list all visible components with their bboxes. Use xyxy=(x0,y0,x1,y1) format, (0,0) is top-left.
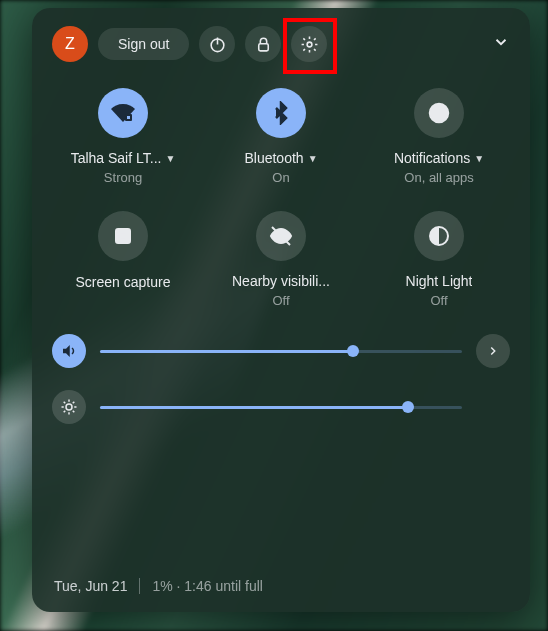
nearby-visibility-tile[interactable]: Nearby visibili... Off xyxy=(202,211,360,308)
brightness-row xyxy=(52,390,510,424)
battery-text[interactable]: 1% · 1:46 until full xyxy=(152,578,263,594)
sign-out-button[interactable]: Sign out xyxy=(98,28,189,60)
chevron-down-icon: ▼ xyxy=(474,153,484,164)
user-avatar[interactable]: Z xyxy=(52,26,88,62)
status-footer: Tue, Jun 21 1% · 1:46 until full xyxy=(54,578,263,594)
wifi-tile[interactable]: Talha Saif LT...▼ Strong xyxy=(44,88,202,185)
notifications-tile[interactable]: Notifications▼ On, all apps xyxy=(360,88,518,185)
lock-button[interactable] xyxy=(245,26,281,62)
power-button[interactable] xyxy=(199,26,235,62)
bluetooth-icon xyxy=(256,88,306,138)
sliders-section xyxy=(32,308,530,424)
nearby-status: Off xyxy=(272,293,289,308)
brightness-icon xyxy=(60,398,78,416)
night-light-icon xyxy=(414,211,464,261)
bluetooth-status: On xyxy=(272,170,289,185)
visibility-off-icon xyxy=(256,211,306,261)
footer-divider xyxy=(139,578,140,594)
volume-icon xyxy=(60,342,78,360)
settings-button[interactable] xyxy=(291,26,327,62)
svg-point-3 xyxy=(307,42,312,47)
svg-line-20 xyxy=(64,411,66,413)
svg-point-13 xyxy=(66,404,72,410)
lock-icon xyxy=(254,35,273,54)
svg-line-19 xyxy=(73,411,75,413)
chevron-down-icon xyxy=(492,33,510,51)
wifi-label: Talha Saif LT... xyxy=(71,150,162,166)
volume-row xyxy=(52,334,510,368)
power-icon xyxy=(208,35,227,54)
collapse-button[interactable] xyxy=(492,33,510,55)
night-light-tile[interactable]: Night Light Off xyxy=(360,211,518,308)
volume-slider[interactable] xyxy=(100,350,462,353)
brightness-button[interactable] xyxy=(52,390,86,424)
chevron-down-icon: ▼ xyxy=(165,153,175,164)
quick-settings-panel: Z Sign out Talha Saif LT...▼ Strong xyxy=(32,8,530,612)
gear-icon xyxy=(300,35,319,54)
chevron-right-icon xyxy=(486,344,500,358)
bluetooth-label: Bluetooth xyxy=(244,150,303,166)
volume-button[interactable] xyxy=(52,334,86,368)
screen-capture-tile[interactable]: Screen capture xyxy=(44,211,202,308)
nearby-label: Nearby visibili... xyxy=(232,273,330,289)
audio-expand-button[interactable] xyxy=(476,334,510,368)
quick-tiles-grid: Talha Saif LT...▼ Strong Bluetooth▼ On N… xyxy=(32,68,530,308)
svg-line-18 xyxy=(64,402,66,404)
screen-capture-label: Screen capture xyxy=(76,273,171,291)
do-not-disturb-icon xyxy=(414,88,464,138)
bluetooth-tile[interactable]: Bluetooth▼ On xyxy=(202,88,360,185)
brightness-slider[interactable] xyxy=(100,406,462,409)
night-light-status: Off xyxy=(430,293,447,308)
wifi-icon xyxy=(98,88,148,138)
wifi-status: Strong xyxy=(104,170,142,185)
screen-capture-icon xyxy=(98,211,148,261)
svg-rect-2 xyxy=(259,43,269,50)
notifications-label: Notifications xyxy=(394,150,470,166)
night-light-label: Night Light xyxy=(406,273,473,289)
svg-rect-5 xyxy=(127,116,130,119)
notifications-status: On, all apps xyxy=(404,170,473,185)
svg-point-9 xyxy=(120,233,126,239)
date-text[interactable]: Tue, Jun 21 xyxy=(54,578,127,594)
chevron-down-icon: ▼ xyxy=(308,153,318,164)
top-bar: Z Sign out xyxy=(32,8,530,68)
svg-line-21 xyxy=(73,402,75,404)
